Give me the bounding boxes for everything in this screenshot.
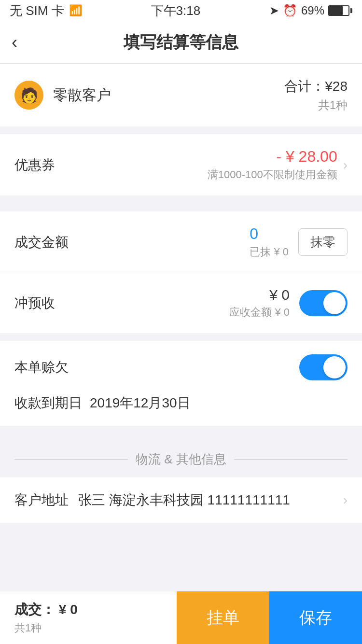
coupon-section[interactable]: 优惠券 - ¥ 28.00 满1000-100不限制使用金额 › (0, 134, 362, 196)
bottom-count: 共1种 (14, 621, 162, 635)
debt-toggle[interactable] (299, 354, 348, 380)
precollect-sub: 应收金额 ¥ 0 (229, 305, 290, 320)
customer-name: 零散客户 (53, 85, 111, 105)
address-chevron-icon: › (343, 492, 348, 508)
precollect-label: 冲预收 (14, 294, 55, 312)
transaction-row: 成交金额 0 已抹 ¥ 0 抹零 (0, 211, 362, 273)
debt-label: 本单赊欠 (14, 358, 69, 377)
battery-percent: 69% (301, 4, 324, 17)
status-right: ➤ ⏰ 69% (269, 4, 352, 17)
transaction-section: 成交金额 0 已抹 ¥ 0 抹零 冲预收 ¥ 0 应收金额 ¥ 0 (0, 211, 362, 333)
save-button[interactable]: 保存 (269, 591, 362, 644)
debt-row: 本单赊欠 (0, 341, 362, 394)
address-label: 客户地址 (14, 491, 69, 509)
battery-icon (328, 5, 352, 16)
chevron-right-icon: › (343, 157, 348, 173)
coupon-row[interactable]: 优惠券 - ¥ 28.00 满1000-100不限制使用金额 › (0, 134, 362, 196)
customer-section: 🧑 零散客户 合计：¥28 共1种 (0, 64, 362, 126)
deal-label: 成交： (14, 602, 55, 617)
coupon-right: - ¥ 28.00 满1000-100不限制使用金额 › (208, 148, 348, 182)
bottom-bar: 成交： ¥ 0 共1种 挂单 保存 (0, 591, 362, 644)
precollect-values: ¥ 0 应收金额 ¥ 0 (229, 287, 290, 320)
logistics-divider-left (14, 459, 128, 460)
coupon-desc: 满1000-100不限制使用金额 (208, 168, 337, 182)
already-deducted: 已抹 ¥ 0 (250, 245, 289, 259)
due-date-label: 收款到期日 (14, 394, 82, 412)
bottom-summary: 成交： ¥ 0 共1种 (0, 601, 177, 635)
total-amount: 合计：¥28 (284, 77, 348, 96)
debt-section: 本单赊欠 收款到期日 2019年12月30日 (0, 341, 362, 426)
debt-date-row: 收款到期日 2019年12月30日 (0, 394, 362, 426)
divider-2 (0, 333, 362, 341)
address-section[interactable]: 客户地址 张三 海淀永丰科技园 11111111111 › (0, 477, 362, 523)
transaction-right: 0 已抹 ¥ 0 抹零 (250, 225, 348, 259)
item-count: 共1种 (284, 98, 348, 113)
avatar-icon: 🧑 (20, 87, 38, 104)
logistics-section: 物流 & 其他信息 (0, 441, 362, 477)
logistics-divider-right (234, 459, 348, 460)
wifi-icon: 📶 (69, 4, 82, 17)
precollect-amount: ¥ 0 (229, 287, 290, 303)
precollect-row: 冲预收 ¥ 0 应收金额 ¥ 0 (0, 273, 362, 333)
transaction-value[interactable]: 0 (250, 225, 289, 243)
logistics-title: 物流 & 其他信息 (136, 451, 226, 468)
status-time: 下午3:18 (151, 2, 201, 19)
coupon-amount: - ¥ 28.00 (208, 148, 337, 166)
address-value: 张三 海淀永丰科技园 11111111111 (78, 491, 343, 509)
logistics-header: 物流 & 其他信息 (0, 441, 362, 477)
location-icon: ➤ (269, 4, 279, 17)
status-left: 无 SIM 卡 📶 (10, 2, 82, 19)
hold-button[interactable]: 挂单 (177, 591, 269, 644)
debt-toggle-knob (323, 356, 346, 378)
status-bar: 无 SIM 卡 📶 下午3:18 ➤ ⏰ 69% (0, 0, 362, 21)
customer-info: 🧑 零散客户 (14, 81, 111, 110)
alarm-icon: ⏰ (283, 4, 297, 17)
customer-total: 合计：¥28 共1种 (284, 77, 348, 113)
precollect-right: ¥ 0 应收金额 ¥ 0 (229, 287, 348, 320)
coupon-label: 优惠券 (14, 156, 55, 174)
back-button[interactable]: ‹ (12, 32, 17, 53)
divider-1 (0, 204, 362, 211)
round-button[interactable]: 抹零 (298, 228, 348, 256)
transaction-label: 成交金额 (14, 233, 69, 252)
toggle-knob (323, 292, 346, 314)
bottom-spacer (0, 531, 362, 584)
divider-3 (0, 434, 362, 441)
sim-label: 无 SIM 卡 (10, 2, 64, 19)
address-row[interactable]: 客户地址 张三 海淀永丰科技园 11111111111 › (0, 477, 362, 523)
nav-bar: ‹ 填写结算等信息 (0, 21, 362, 64)
deal-amount: ¥ 0 (59, 602, 78, 617)
precollect-toggle[interactable] (299, 290, 348, 316)
page-title: 填写结算等信息 (124, 31, 238, 54)
due-date-value: 2019年12月30日 (90, 394, 191, 412)
avatar: 🧑 (14, 81, 43, 110)
bottom-deal: 成交： ¥ 0 (14, 601, 162, 619)
